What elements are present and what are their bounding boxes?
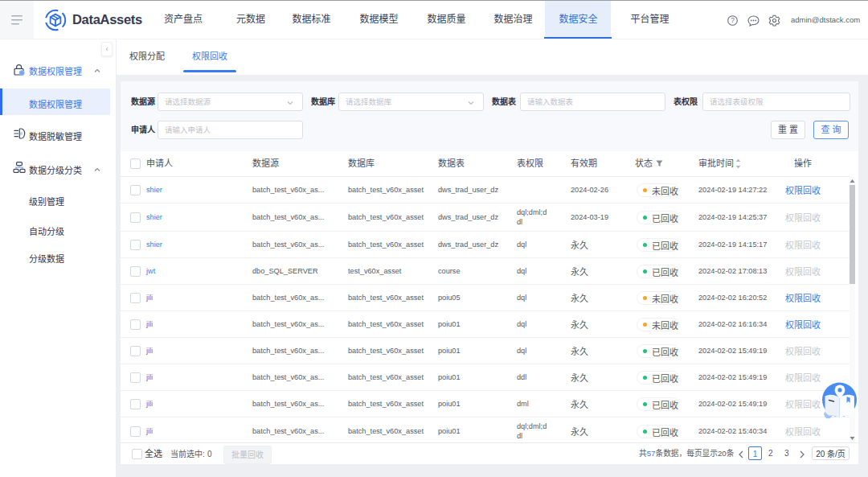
svg-text:?: ? bbox=[731, 16, 735, 24]
